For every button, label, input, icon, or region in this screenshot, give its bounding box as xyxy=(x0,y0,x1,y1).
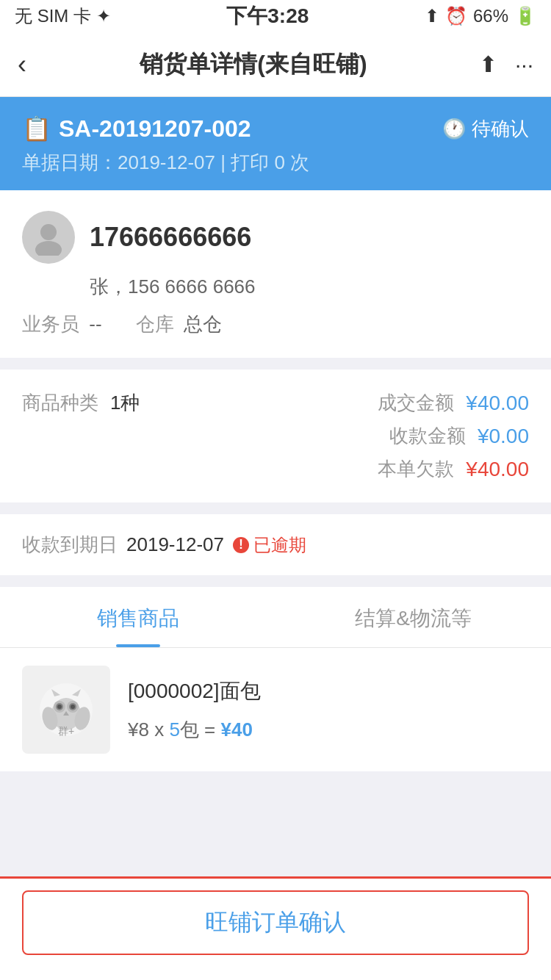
status-clock-icon: 🕐 xyxy=(442,118,466,140)
sales-value: -- xyxy=(89,313,101,335)
due-date-label: 收款到期日 xyxy=(22,532,118,558)
back-button[interactable]: ‹ xyxy=(18,49,62,80)
due-amount-label: 本单欠款 xyxy=(378,456,454,482)
warehouse-label: 仓库 xyxy=(136,313,174,335)
nav-bar: ‹ 销货单详情(来自旺铺) ⬆ ··· xyxy=(0,32,551,97)
product-thumbnail: 群+ xyxy=(22,666,110,754)
order-date: 单据日期：2019-12-07 | 打印 0 次 xyxy=(22,150,529,176)
overdue-text: 已逾期 xyxy=(253,533,306,557)
status-left: 无 SIM 卡 ✦ xyxy=(15,4,111,28)
page-title: 销货单详情(来自旺铺) xyxy=(62,48,445,81)
order-number-text: SA-20191207-002 xyxy=(59,115,251,143)
due-date-section: 收款到期日 2019-12-07 ! 已逾期 xyxy=(0,514,551,575)
battery-icon: 🔋 xyxy=(514,6,536,26)
order-number: 📋 SA-20191207-002 xyxy=(22,115,251,143)
product-item: 群+ [0000002]面包 ¥8 x 5包 = ¥40 xyxy=(0,648,551,771)
no-sim-text: 无 SIM 卡 ✦ xyxy=(15,4,111,28)
overdue-dot-icon: ! xyxy=(233,537,249,553)
product-details: [0000002]面包 ¥8 x 5包 = ¥40 xyxy=(128,677,529,743)
product-name: [0000002]面包 xyxy=(128,677,529,705)
location-icon: ⬆ xyxy=(425,6,439,26)
received-amount-value: ¥0.00 xyxy=(478,425,529,448)
deal-amount-value: ¥40.00 xyxy=(466,392,529,415)
customer-meta: 业务员 -- 仓库 总仓 xyxy=(22,311,529,337)
due-amount-value: ¥40.00 xyxy=(466,458,529,481)
svg-point-6 xyxy=(57,705,62,709)
status-time: 下午3:28 xyxy=(226,2,309,30)
customer-section: 17666666666 张，156 6666 6666 业务员 -- 仓库 总仓 xyxy=(0,190,551,358)
sales-label: 业务员 xyxy=(22,313,79,335)
received-amount-row: 收款金额 ¥0.00 xyxy=(389,423,529,449)
amount-summary: 成交金额 ¥40.00 收款金额 ¥0.00 本单欠款 ¥40.00 xyxy=(378,390,529,482)
alarm-icon: ⏰ xyxy=(445,6,467,26)
tab-sales-products[interactable]: 销售商品 xyxy=(0,587,276,647)
due-date-value: 2019-12-07 xyxy=(126,533,224,556)
equals-sign: = xyxy=(199,718,221,741)
battery-text: 66% xyxy=(473,6,508,26)
customer-name: 张，156 6666 6666 xyxy=(22,274,529,300)
product-price: ¥8 x 5包 = ¥40 xyxy=(128,717,529,743)
quantity-value: 5 xyxy=(169,718,179,741)
warehouse-value: 总仓 xyxy=(184,313,222,335)
customer-avatar xyxy=(22,211,75,264)
customer-phone: 17666666666 xyxy=(90,222,251,253)
svg-point-0 xyxy=(40,224,57,240)
nav-right-actions: ⬆ ··· xyxy=(445,51,533,77)
price-text: ¥8 x xyxy=(128,718,169,741)
svg-point-9 xyxy=(71,705,75,709)
svg-point-1 xyxy=(35,241,62,256)
category-info: 商品种类 1种 xyxy=(22,390,140,416)
more-button[interactable]: ··· xyxy=(515,52,533,77)
quantity-unit: 包 xyxy=(180,718,199,741)
order-status: 🕐 待确认 xyxy=(442,116,529,142)
category-label: 商品种类 xyxy=(22,390,98,416)
share-button[interactable]: ⬆ xyxy=(479,51,497,77)
received-amount-label: 收款金额 xyxy=(389,423,466,449)
due-amount-row: 本单欠款 ¥40.00 xyxy=(378,456,529,482)
order-header-card: 📋 SA-20191207-002 🕐 待确认 单据日期：2019-12-07 … xyxy=(0,97,551,190)
bottom-bar: 旺铺订单确认 xyxy=(0,876,551,980)
deal-amount-row: 成交金额 ¥40.00 xyxy=(378,390,529,416)
svg-text:群+: 群+ xyxy=(58,725,74,737)
tabs-header: 销售商品 结算&物流等 xyxy=(0,587,551,648)
tabs-section: 销售商品 结算&物流等 xyxy=(0,587,551,771)
overdue-badge: ! 已逾期 xyxy=(233,533,306,557)
summary-section: 商品种类 1种 成交金额 ¥40.00 收款金额 ¥0.00 本单欠款 ¥40.… xyxy=(0,370,551,502)
status-bar: 无 SIM 卡 ✦ 下午3:28 ⬆ ⏰ 66% 🔋 xyxy=(0,0,551,32)
order-icon: 📋 xyxy=(22,115,51,143)
price-total: ¥40 xyxy=(220,718,252,741)
confirm-order-button[interactable]: 旺铺订单确认 xyxy=(22,890,529,955)
tab-settlement[interactable]: 结算&物流等 xyxy=(276,587,551,647)
deal-amount-label: 成交金额 xyxy=(378,390,454,416)
status-right: ⬆ ⏰ 66% 🔋 xyxy=(425,6,536,26)
status-text: 待确认 xyxy=(472,116,529,142)
category-value: 1种 xyxy=(110,390,140,416)
